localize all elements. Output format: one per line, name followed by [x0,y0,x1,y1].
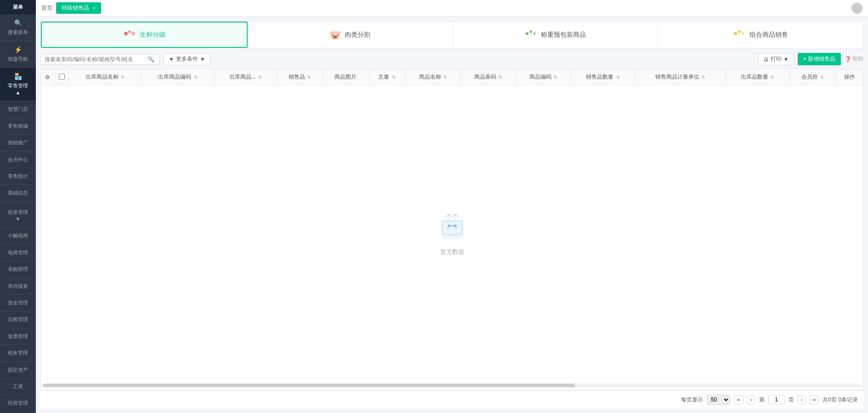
sidebar-item-basic-info[interactable]: 基础信息 [0,185,36,201]
active-tab[interactable]: 特殊销售品 × [56,2,101,14]
col-goods-code[interactable]: 商品编码 ⇅ [516,69,571,85]
sidebar-item-label: 搜索菜单 [8,29,28,36]
sidebar-item-label: 零售统计 [8,173,28,180]
sidebar-item-smart-store[interactable]: 智慧门店 [0,101,36,118]
retail-mgmt-icon: 🏪 [14,72,22,81]
col-sales-unit[interactable]: 销售商品计量单位 ⇅ [635,69,726,85]
page-body: 生鲜分级 🐷 肉类分割 称重预包装商品 [36,17,868,413]
sidebar-item-marketing[interactable]: 营销推广 [0,135,36,151]
page-size-select[interactable]: 50 100 200 [707,395,730,405]
svg-point-0 [124,32,128,35]
tab-meat-cut[interactable]: 🐷 肉类分割 [248,22,453,48]
print-label: 打印 [771,55,782,63]
col-out-goods-name[interactable]: 出库商品名称 ⇅ [68,69,142,85]
first-page-button[interactable]: « [734,395,743,404]
col-sales-goods[interactable]: 销售品 ⇅ [277,69,323,85]
col-checkbox[interactable] [55,69,68,85]
sort-icon: ⇅ [121,75,125,80]
col-settings[interactable]: ⚙ [41,69,55,85]
scrollbar-thumb[interactable] [43,384,575,387]
sidebar-item-label: 库存核算 [8,283,28,290]
sidebar-item-label: 资金管理 [8,299,28,306]
sidebar-item-inventory[interactable]: 库存核算 [0,278,36,295]
sort-icon: ⇅ [443,75,447,80]
sidebar-item-label: 零售管理 [8,82,28,89]
svg-rect-11 [443,222,461,234]
chevron-down-icon: ▼ [16,216,21,223]
sidebar-item-retail-stats[interactable]: 零售统计 [0,168,36,185]
empty-illustration [434,210,471,242]
search-box[interactable]: 🔍 [40,54,160,65]
sidebar-item-tax[interactable]: 税务管理 [0,345,36,361]
filter-arrow-icon: ▼ [200,56,205,63]
top-right-area [851,3,862,14]
tab-fresh-grade-label: 生鲜分级 [140,31,165,39]
col-member-price[interactable]: 会员价 ⇅ [789,69,836,85]
col-main-weight[interactable]: 主量 ⇅ [368,69,405,85]
svg-point-5 [533,32,536,35]
col-goods-barcode[interactable]: 商品条码 ⇅ [461,69,516,85]
user-avatar[interactable] [851,3,862,14]
sidebar-item-quick-nav[interactable]: ⚡ 快捷导航 [0,41,36,68]
svg-point-7 [738,30,741,33]
close-tab-button[interactable]: × [93,6,96,11]
sort-icon: ⇅ [307,75,311,80]
sidebar-divider-1 [0,203,36,203]
printer-icon: 🖨 [763,56,769,63]
help-icon: ❓ [845,56,851,63]
sidebar-item-retail-mall[interactable]: 零售商城 [0,118,36,135]
page-number-input[interactable] [768,395,785,404]
next-page-button[interactable]: › [798,395,806,404]
sidebar-item-fixed-assets[interactable]: 固定资产 [0,362,36,379]
col-sales-qty[interactable]: 销售品数量 ⇅ [571,69,635,85]
sidebar-item-finance[interactable]: 资金管理 [0,295,36,311]
sidebar-item-label: 采购管理 [8,266,28,273]
col-goods-name[interactable]: 商品名称 ⇅ [406,69,461,85]
sidebar-item-search-menu[interactable]: 🔍 搜索菜单 [0,14,36,41]
select-all-checkbox[interactable] [59,74,65,80]
help-button[interactable]: ❓ 帮助 [845,55,863,63]
sidebar-item-label: 批发管理 [8,209,28,216]
sidebar-item-purchase-mgmt[interactable]: 采购管理 [0,261,36,278]
col-goods-image: 商品图片 [323,69,368,85]
sidebar-item-label: 营销推广 [8,139,28,146]
prev-page-button[interactable]: ‹ [747,395,755,404]
print-button[interactable]: 🖨 打印 ▼ [758,53,794,65]
sidebar-item-member-center[interactable]: 会员中心 [0,152,36,168]
horizontal-scrollbar[interactable] [41,381,863,390]
tab-combo-sales[interactable]: 组合商品销售 [658,22,863,48]
last-page-button[interactable]: » [810,395,819,404]
top-bar: 首页 特殊销售品 × [36,0,868,17]
sidebar-item-label: 智慧门店 [8,106,28,113]
sidebar-item-label: 会员中心 [8,156,28,163]
sidebar-item-retail-mgmt[interactable]: 🏪 零售管理 ▲ [0,68,36,101]
sort-icon: ⇅ [702,75,705,80]
sidebar-item-invoice[interactable]: 发票管理 [0,328,36,345]
add-sales-item-button[interactable]: + 新增销售品 [798,53,841,65]
breadcrumb-home[interactable]: 首页 [41,4,52,12]
tab-scale-package[interactable]: 称重预包装商品 [453,22,658,48]
sidebar-item-wages[interactable]: 工资 [0,379,36,395]
svg-point-12 [448,224,450,227]
sidebar-item-mini-ecom[interactable]: 小畅电商 [0,228,36,244]
svg-point-1 [128,30,131,33]
sidebar-item-batch-mgmt[interactable]: 批发管理 ▼ [0,204,36,228]
sort-icon: ⇅ [258,75,262,80]
sort-icon: ⇅ [499,75,502,80]
sidebar-item-ecom-mgmt[interactable]: 电商管理 [0,245,36,261]
col-out-goods-code[interactable]: 出库商品编码 ⇅ [142,69,215,85]
sidebar-item-general-ledger[interactable]: 总账管理 [0,311,36,328]
page-label-before: 第 [759,396,765,404]
svg-point-3 [526,32,528,35]
search-input[interactable] [45,56,146,63]
sidebar-item-operations[interactable]: 经营管理 [0,395,36,412]
col-out-goods-spec[interactable]: 出库商品... ⇅ [214,69,277,85]
add-label: + 新增销售品 [803,55,835,63]
tab-fresh-grade[interactable]: 生鲜分级 [41,22,248,48]
main-content: 首页 特殊销售品 × 生鲜分级 🐷 [36,0,868,413]
quick-nav-icon: ⚡ [14,46,22,55]
filter-button[interactable]: ▼ 更多条件 ▼ [164,53,210,65]
svg-point-8 [742,32,744,35]
col-out-qty[interactable]: 出库品数量 ⇅ [726,69,789,85]
sidebar-item-label: 小畅电商 [8,232,28,239]
